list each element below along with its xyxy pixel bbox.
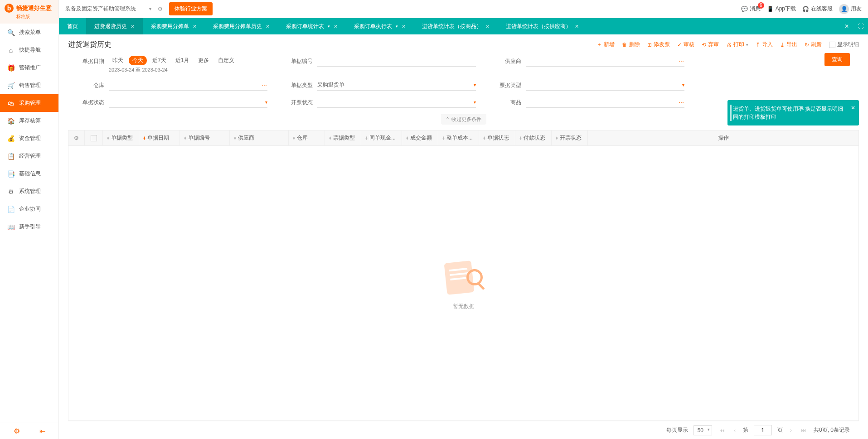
- table-column-header[interactable]: ▲▼开票状态: [552, 130, 588, 145]
- tab-close-button[interactable]: ✕: [402, 24, 406, 29]
- tooltip-close-inline[interactable]: ✕: [800, 105, 804, 112]
- empty-state: 暂无数据: [68, 146, 858, 420]
- print-button[interactable]: 🖨打印▾: [726, 41, 748, 48]
- table-column-header[interactable]: ▲▼单据状态: [479, 130, 515, 145]
- tooltip-close-button[interactable]: ✕: [851, 104, 855, 112]
- show-detail-toggle[interactable]: 显示明细: [829, 41, 859, 48]
- tab-close-button[interactable]: ✕: [266, 24, 270, 29]
- sidebar-item-8[interactable]: 📑基础信息: [0, 165, 58, 183]
- table-column-header[interactable]: ▲▼单据类型: [103, 130, 139, 145]
- tab-5[interactable]: 采购订单执行表▾✕: [346, 18, 414, 34]
- product-input[interactable]: ⋯: [526, 97, 684, 108]
- sidebar-item-4[interactable]: 🛍采购管理: [0, 94, 58, 112]
- sidebar-item-6[interactable]: 💰资金管理: [0, 130, 58, 147]
- date-chip[interactable]: 昨天: [109, 56, 127, 65]
- tab-label: 采购费用分摊单历史: [213, 23, 262, 30]
- date-chip[interactable]: 更多: [194, 56, 213, 65]
- online-service-button[interactable]: 🎧 在线客服: [802, 5, 833, 13]
- audit-button[interactable]: ✓审核: [677, 41, 694, 48]
- invoice-status-select[interactable]: ▾: [317, 97, 476, 108]
- user-menu[interactable]: 👤 用友: [839, 4, 862, 14]
- delete-button[interactable]: 🗑删除: [622, 41, 640, 48]
- sidebar-item-0[interactable]: 🔍搜索菜单: [0, 24, 58, 41]
- table-column-header[interactable]: ▲▼单据编号: [180, 130, 230, 145]
- tab-7[interactable]: 进货单统计表（按供应商）✕: [498, 18, 587, 34]
- sort-icon: ▲▼: [329, 136, 332, 140]
- doc-status-select[interactable]: ▾: [109, 97, 267, 108]
- tab-4[interactable]: 采购订单统计表▾✕: [278, 18, 346, 34]
- gear-icon[interactable]: ⚙: [158, 6, 163, 12]
- tab-close-button[interactable]: ✕: [334, 24, 338, 29]
- tab-0[interactable]: 首页: [59, 18, 86, 34]
- first-page-button[interactable]: ⏮: [718, 427, 727, 434]
- settings-icon[interactable]: ⚙: [14, 427, 20, 435]
- tab-close-button[interactable]: ✕: [485, 24, 490, 29]
- export-button[interactable]: ⤓导出: [780, 41, 797, 48]
- sidebar-item-1[interactable]: ⌂快捷导航: [0, 41, 58, 59]
- page-input[interactable]: [754, 425, 772, 435]
- table-column-header[interactable]: 操作: [588, 130, 858, 145]
- date-chip[interactable]: 近1月: [172, 56, 193, 65]
- sidebar-item-9[interactable]: ⚙系统管理: [0, 183, 58, 200]
- nav-label: 经营管理: [19, 152, 41, 160]
- table-column-header[interactable]: ▲▼同单现金...: [361, 130, 402, 145]
- date-chip[interactable]: 自定义: [214, 56, 238, 65]
- promo-button[interactable]: 体验行业方案: [169, 2, 213, 15]
- nav-label: 基础信息: [19, 170, 41, 178]
- date-chip[interactable]: 今天: [129, 56, 147, 65]
- bill-type-select[interactable]: ▾: [526, 80, 684, 91]
- table-column-header[interactable]: ▲▼成交金额: [402, 130, 438, 145]
- search-button[interactable]: 查询: [824, 53, 850, 66]
- sidebar-item-5[interactable]: 🏠库存核算: [0, 112, 58, 130]
- abandon-audit-button[interactable]: ⟲弃审: [702, 41, 719, 48]
- doc-no-input[interactable]: [317, 56, 476, 67]
- doc-type-select[interactable]: 采购退货单▾: [317, 80, 476, 91]
- message-button[interactable]: 💬 消息 6: [741, 5, 761, 13]
- tab-3[interactable]: 采购费用分摊单历史✕: [205, 18, 278, 34]
- table-column-header[interactable]: ▲▼整单成本...: [438, 130, 479, 145]
- nav-icon: ⌂: [7, 47, 15, 54]
- select-all-checkbox[interactable]: [85, 130, 103, 145]
- sidebar-item-11[interactable]: 📖新手引导: [0, 218, 58, 236]
- warehouse-input[interactable]: ⋯: [109, 80, 267, 91]
- sidebar-item-2[interactable]: 🎁营销推广: [0, 59, 58, 77]
- system-selector[interactable]: 装备及固定资产辅助管理系统 ▾: [65, 5, 151, 13]
- data-table: ⚙ ▲▼单据类型▲▼单据日期▲▼单据编号▲▼供应商▲▼仓库▲▼票据类型▲▼同单现…: [68, 130, 859, 421]
- per-page-select[interactable]: 50 ▾: [693, 425, 712, 435]
- sidebar-item-10[interactable]: 📄企业协同: [0, 200, 58, 218]
- table-column-header[interactable]: ▲▼票据类型: [325, 130, 361, 145]
- table-column-header[interactable]: ▲▼仓库: [289, 130, 325, 145]
- refresh-button[interactable]: ↻刷新: [805, 41, 822, 48]
- system-name: 装备及固定资产辅助管理系统: [65, 5, 136, 13]
- tab-close-button[interactable]: ✕: [131, 24, 135, 29]
- collapse-filters-button[interactable]: ⌃ 收起更多条件: [441, 114, 486, 125]
- tab-2[interactable]: 采购费用分摊单✕: [143, 18, 205, 34]
- col-label: 供应商: [238, 134, 254, 142]
- last-page-button[interactable]: ⏭: [799, 427, 808, 434]
- tab-close-button[interactable]: ✕: [575, 24, 579, 29]
- add-invoice-button[interactable]: ⊞添发票: [647, 41, 670, 48]
- supplier-input[interactable]: ⋯: [526, 56, 684, 67]
- close-all-tabs-button[interactable]: ✕: [840, 23, 853, 29]
- table-column-header[interactable]: ▲▼付款状态: [515, 130, 552, 145]
- collapse-icon[interactable]: ⇤: [39, 427, 45, 435]
- tab-close-button[interactable]: ✕: [193, 24, 197, 29]
- prev-page-button[interactable]: ‹: [732, 427, 737, 434]
- table-settings-button[interactable]: ⚙: [68, 130, 85, 145]
- sidebar-item-7[interactable]: 📋经营管理: [0, 147, 58, 165]
- col-label: 单据日期: [147, 134, 169, 142]
- import-button[interactable]: ⤒导入: [756, 41, 773, 48]
- tab-1[interactable]: 进货退货历史✕: [86, 18, 143, 34]
- add-button[interactable]: ＋新增: [596, 41, 615, 48]
- next-page-button[interactable]: ›: [788, 427, 794, 434]
- fullscreen-button[interactable]: ⛶: [853, 23, 868, 29]
- date-label: 单据日期: [77, 56, 109, 65]
- collapse-up-icon: ⌃: [446, 116, 450, 122]
- per-page-label: 每页显示: [666, 426, 688, 434]
- app-download-button[interactable]: 📱 App下载: [767, 5, 796, 13]
- sidebar-item-3[interactable]: 🛒销售管理: [0, 77, 58, 94]
- tab-6[interactable]: 进货单统计表（按商品）✕: [414, 18, 498, 34]
- table-column-header[interactable]: ▲▼供应商: [230, 130, 289, 145]
- table-column-header[interactable]: ▲▼单据日期: [139, 130, 180, 145]
- date-chip[interactable]: 近7天: [149, 56, 170, 65]
